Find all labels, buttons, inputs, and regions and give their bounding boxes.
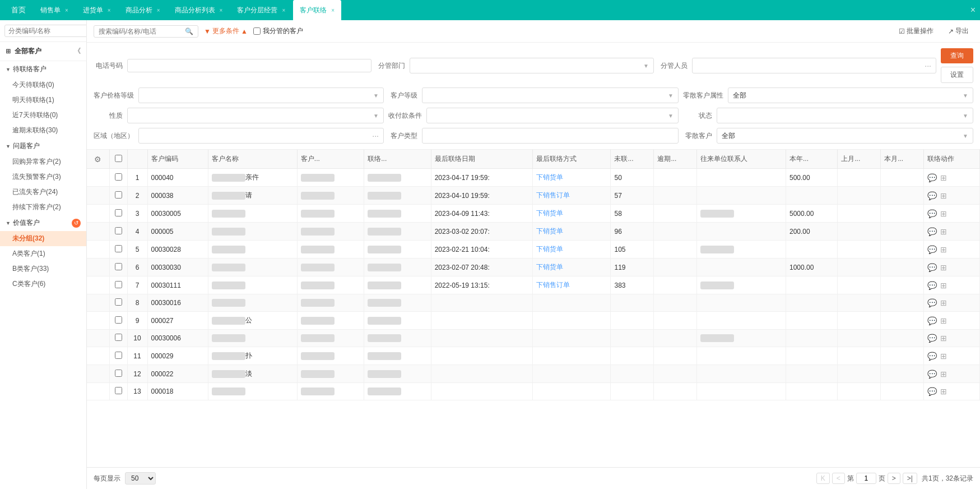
last-month-column-header[interactable]: 上月...: [838, 150, 881, 169]
more-icon[interactable]: ⊞: [940, 173, 947, 182]
row-checkbox[interactable]: [115, 387, 122, 394]
retail-attr-select[interactable]: 全部 ▼: [728, 87, 973, 103]
region-dots[interactable]: ···: [372, 131, 379, 140]
no-contact-column-header[interactable]: 未联...: [611, 150, 654, 169]
customer-level-select[interactable]: ▼: [422, 87, 679, 103]
this-year-column-header[interactable]: 本年...: [786, 150, 838, 169]
chat-icon[interactable]: 💬: [927, 298, 937, 307]
more-icon[interactable]: ⊞: [940, 298, 947, 307]
last-method-column-header[interactable]: 最后联络方式: [533, 150, 611, 169]
chat-icon[interactable]: 💬: [927, 281, 937, 290]
more-icon[interactable]: ⊞: [940, 316, 947, 325]
row-checkbox[interactable]: [115, 245, 122, 252]
row-checkbox[interactable]: [115, 370, 122, 377]
last-method-link[interactable]: 下销货单: [536, 227, 563, 235]
sidebar-item-churn-warning[interactable]: 流失预警客户(3): [0, 169, 86, 184]
more-icon[interactable]: ⊞: [940, 281, 947, 290]
export-btn[interactable]: ↗ 导出: [944, 25, 973, 38]
more-icon[interactable]: ⊞: [940, 191, 947, 200]
row-checkbox[interactable]: [115, 316, 122, 324]
next-page-btn[interactable]: >: [888, 473, 900, 484]
close-purchase-tab[interactable]: ×: [108, 7, 111, 13]
close-customer-contact-tab[interactable]: ×: [331, 7, 335, 13]
more-icon[interactable]: ⊞: [940, 334, 947, 343]
last-method-link[interactable]: 下销货单: [536, 263, 563, 271]
row-checkbox[interactable]: [115, 298, 122, 306]
search-button[interactable]: 查询: [941, 48, 973, 63]
retail-customer-select[interactable]: 全部 ▼: [717, 128, 973, 144]
last-method-link[interactable]: 下销货单: [536, 245, 563, 253]
last-date-column-header[interactable]: 最后联络日期: [431, 150, 533, 169]
row-checkbox[interactable]: [115, 263, 122, 270]
sidebar-item-ungroup[interactable]: 未分组(32): [0, 231, 86, 246]
my-customers-checkbox[interactable]: 我分管的客户: [253, 26, 303, 36]
nav-home[interactable]: 首页: [4, 5, 32, 15]
reset-button[interactable]: 设置: [941, 67, 973, 83]
dots-icon[interactable]: ···: [925, 61, 931, 70]
my-customers-check[interactable]: [253, 27, 261, 35]
person-select[interactable]: ···: [692, 58, 936, 73]
nav-tab-purchase[interactable]: 进货单 ×: [76, 0, 118, 20]
phone-input[interactable]: [127, 59, 371, 72]
chat-icon[interactable]: 💬: [927, 227, 937, 236]
nav-tab-customer-segment[interactable]: 客户分层经营 ×: [230, 0, 292, 20]
close-customer-segment-tab[interactable]: ×: [282, 7, 285, 13]
more-icon[interactable]: ⊞: [940, 370, 947, 379]
more-icon[interactable]: ⊞: [940, 352, 947, 361]
page-input[interactable]: [856, 473, 876, 484]
close-all-icon[interactable]: ×: [970, 5, 976, 15]
chat-icon[interactable]: 💬: [927, 352, 937, 361]
dept-select[interactable]: ▼: [410, 58, 654, 73]
row-checkbox[interactable]: [115, 281, 122, 288]
sidebar-item-7days[interactable]: 近7天待联络(0): [0, 108, 86, 123]
sidebar-item-abnormal[interactable]: 回购异常客户(2): [0, 154, 86, 169]
row-checkbox[interactable]: [115, 352, 122, 359]
overdue-column-header[interactable]: 逾期...: [654, 150, 697, 169]
more-icon[interactable]: ⊞: [940, 245, 947, 254]
select-all-checkbox[interactable]: [115, 155, 122, 162]
last-method-link[interactable]: 下销货单: [536, 173, 563, 181]
chat-icon[interactable]: 💬: [927, 334, 937, 343]
chat-icon[interactable]: 💬: [927, 209, 937, 218]
close-analysis-list-tab[interactable]: ×: [220, 7, 223, 13]
settings-column-header[interactable]: ⚙: [87, 150, 109, 169]
chat-icon[interactable]: 💬: [927, 370, 937, 379]
bulk-operations-btn[interactable]: ☑ 批量操作: [894, 25, 938, 38]
status-select[interactable]: ▼: [717, 108, 973, 123]
contact-column-header[interactable]: 联络...: [364, 150, 431, 169]
more-conditions-btn[interactable]: ▼ 更多条件 ▲: [204, 26, 248, 36]
sidebar-item-class-c[interactable]: C类客户(6): [0, 276, 86, 292]
more-icon[interactable]: ⊞: [940, 209, 947, 218]
main-search-input[interactable]: [99, 27, 183, 35]
more-icon[interactable]: ⊞: [940, 263, 947, 272]
chat-icon[interactable]: 💬: [927, 191, 937, 200]
customer-type-select[interactable]: [422, 128, 679, 144]
last-method-link[interactable]: 下销货单: [536, 209, 563, 217]
more-icon[interactable]: ⊞: [940, 387, 947, 396]
chat-icon[interactable]: 💬: [927, 316, 937, 325]
chat-icon[interactable]: 💬: [927, 387, 937, 396]
last-method-link[interactable]: 下销售订单: [536, 281, 570, 289]
nav-tab-analysis[interactable]: 商品分析 ×: [119, 0, 167, 20]
chat-icon[interactable]: 💬: [927, 173, 937, 182]
code-column-header[interactable]: 客户编码: [147, 150, 208, 169]
type-column-header[interactable]: 客户...: [297, 150, 364, 169]
payment-select[interactable]: ▼: [426, 108, 679, 123]
chat-icon[interactable]: 💬: [927, 245, 937, 254]
sidebar-item-today[interactable]: 今天待联络(0): [0, 77, 86, 93]
sidebar-search-input[interactable]: [4, 25, 87, 37]
last-method-link[interactable]: 下销售订单: [536, 191, 570, 199]
chat-icon[interactable]: 💬: [927, 263, 937, 272]
sidebar-group-value[interactable]: ▼ 价值客户 ↺: [0, 215, 86, 231]
more-icon[interactable]: ⊞: [940, 227, 947, 236]
name-column-header[interactable]: 客户名称: [208, 150, 298, 169]
sidebar-all-customers[interactable]: ⊞ 全部客户 《: [0, 42, 86, 61]
sidebar-item-tomorrow[interactable]: 明天待联络(1): [0, 93, 86, 108]
row-checkbox[interactable]: [115, 334, 122, 341]
sidebar-item-class-a[interactable]: A类客户(1): [0, 246, 86, 261]
sidebar-group-problem[interactable]: ▼ 问题客户: [0, 138, 86, 154]
region-select[interactable]: ···: [138, 128, 384, 144]
first-page-btn[interactable]: K: [816, 473, 830, 484]
row-checkbox[interactable]: [115, 209, 122, 216]
row-checkbox[interactable]: [115, 227, 122, 234]
